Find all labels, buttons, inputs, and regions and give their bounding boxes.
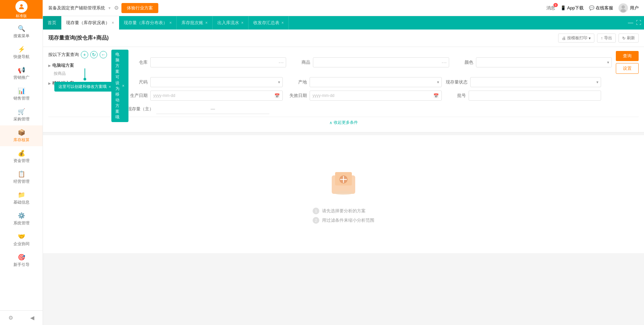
warehouse-input[interactable] <box>153 58 278 67</box>
tab-home-label: 首页 <box>48 20 56 26</box>
tab-inventory-dist[interactable]: 现存量（库存分布表） × <box>119 16 177 30</box>
tooltip1-close[interactable]: × <box>122 84 124 88</box>
warehouse-filter-cell: 仓库 ⋯ <box>127 57 286 67</box>
expiry-date-input[interactable]: yyyy-mm-dd 📅 <box>310 91 442 101</box>
svg-point-3 <box>621 9 626 12</box>
tab-summary-close[interactable]: × <box>281 20 284 25</box>
settings-gear-icon[interactable]: ⚙ <box>114 5 119 11</box>
tab-batch-account[interactable]: 库存批次账 × <box>177 16 213 30</box>
sidebar-item-operations[interactable]: 📋 经营管理 <box>0 167 43 188</box>
filter-fields: 仓库 ⋯ 商品 ⋯ <box>127 51 639 115</box>
sidebar-item-inventory[interactable]: 📦 库存核算 <box>0 125 43 146</box>
batch-input[interactable] <box>469 91 601 101</box>
sidebar-item-sales-label: 销售管理 <box>13 96 30 101</box>
collapse-btn[interactable]: ∧ 收起更多条件 <box>51 120 636 125</box>
sidebar-item-collab[interactable]: 🤝 企业协同 <box>0 229 43 250</box>
template-print-button[interactable]: 🖨 按模板打印 ▾ <box>558 34 594 43</box>
content-area: 现存量查询(按仓库+商品) 🖨 按模板打印 ▾ ↑ 导出 ↻ 刷新 <box>43 30 644 325</box>
svg-point-0 <box>20 4 22 6</box>
chevron-down-icon: ▾ <box>589 36 591 41</box>
tab-inventory-dist-close[interactable]: × <box>169 20 172 25</box>
tab-flow[interactable]: 出入库流水 × <box>213 16 249 30</box>
tab-summary[interactable]: 收发存汇总表 × <box>249 16 289 30</box>
sidebar-item-finance[interactable]: 💰 资金管理 <box>0 146 43 167</box>
refresh-icon: ↻ <box>622 36 626 41</box>
sidebar-nav: 🔍 搜索菜单 ⚡ 快捷导航 📢 营销推广 📊 销售管理 🛒 采购管理 📦 库存核… <box>0 19 43 310</box>
app-download-btn[interactable]: 📱 App下载 <box>560 5 584 11</box>
tooltip2-close[interactable]: × <box>109 85 111 89</box>
production-date-input[interactable]: yyyy-mm-dd 📅 <box>150 91 283 101</box>
tab-inventory-status[interactable]: 现存量（库存状况表） × <box>61 16 119 30</box>
origin-select[interactable] <box>310 77 442 87</box>
size-select[interactable] <box>150 77 283 87</box>
tab-home[interactable]: 首页 <box>43 16 61 30</box>
tab-minimize-icon[interactable]: — <box>628 20 633 26</box>
system-icon: ⚙️ <box>18 212 25 219</box>
export-button[interactable]: ↑ 导出 <box>597 34 616 43</box>
desktop-scheme-label: 电脑端方案 <box>52 62 74 68</box>
stock-main-input-wrap: — <box>156 104 269 114</box>
tooltip1-text: 电脑方案可设为移动方案哦 <box>115 52 120 120</box>
tab-inventory-status-close[interactable]: × <box>112 20 114 25</box>
tab-flow-label: 出入库流水 <box>217 20 239 26</box>
product-input[interactable] <box>315 58 441 67</box>
sidebar-item-system[interactable]: ⚙️ 系统管理 <box>0 209 43 229</box>
color-select[interactable] <box>476 57 612 67</box>
purchase-icon: 🛒 <box>18 108 25 115</box>
sidebar-item-nav-label: 快捷导航 <box>13 54 30 60</box>
sales-icon: 📊 <box>18 87 25 95</box>
stock-main-input2[interactable] <box>218 104 268 114</box>
page-actions: 🖨 按模板打印 ▾ ↑ 导出 ↻ 刷新 <box>558 34 639 43</box>
back-scheme-btn[interactable]: ← <box>100 51 107 58</box>
production-date-label: 生产日期 <box>127 93 148 99</box>
arrow-right-icon: ▶ <box>48 64 51 67</box>
sidebar-item-purchase[interactable]: 🛒 采购管理 <box>0 105 43 125</box>
expiry-date-placeholder: yyyy-mm-dd <box>313 93 434 98</box>
sidebar-item-marketing-label: 营销推广 <box>13 75 30 80</box>
sidebar-item-search[interactable]: 🔍 搜索菜单 <box>0 21 43 42</box>
user-area[interactable]: 用户 <box>619 3 639 13</box>
refresh-label: 刷新 <box>627 35 635 41</box>
stock-main-dash: — <box>211 106 215 111</box>
empty-illustration <box>323 162 364 202</box>
settings-footer-btn[interactable]: ⚙ <box>8 315 13 321</box>
refresh-scheme-btn[interactable]: ↻ <box>90 51 98 58</box>
top-header: 装备及固定资产辅助管理系统 ▼ ⚙ 体验行业方案 消息 9 📱 App下载 💬 … <box>43 0 644 16</box>
tab-batch-account-close[interactable]: × <box>205 20 208 25</box>
filter-btn-group: 查询 设置 <box>616 51 639 74</box>
tab-inventory-dist-label: 现存量（库存分布表） <box>124 20 167 26</box>
sidebar-item-guide[interactable]: 🎯 新手引导 <box>0 250 43 271</box>
stock-main-filter-cell: 现存量（主） — <box>127 104 263 114</box>
search-icon: 🔍 <box>18 25 25 32</box>
step2-num: 2 <box>313 217 319 224</box>
tab-flow-close[interactable]: × <box>241 20 244 25</box>
finance-icon: 💰 <box>18 150 25 157</box>
setting-button[interactable]: 设置 <box>616 63 639 74</box>
stock-main-input[interactable] <box>158 104 208 114</box>
print-icon: 🖨 <box>562 36 566 41</box>
stock-status-select[interactable] <box>470 77 601 87</box>
sidebar-item-marketing[interactable]: 📢 营销推广 <box>0 63 43 84</box>
sidebar-item-nav[interactable]: ⚡ 快捷导航 <box>0 42 43 63</box>
step1-num: 1 <box>313 208 319 214</box>
add-scheme-btn[interactable]: + <box>81 51 88 58</box>
refresh-button[interactable]: ↻ 刷新 <box>619 34 639 43</box>
sidebar-item-basic[interactable]: 📁 基础信息 <box>0 188 43 209</box>
online-service-btn[interactable]: 💬 在线客服 <box>589 5 613 11</box>
online-service-label: 在线客服 <box>596 5 613 11</box>
industry-plan-button[interactable]: 体验行业方案 <box>121 3 158 13</box>
search-button[interactable]: 查询 <box>616 51 639 61</box>
sidebar-footer: ⚙ ◀ <box>0 310 43 325</box>
collapse-footer-btn[interactable]: ◀ <box>30 315 34 321</box>
svg-point-9 <box>334 191 353 195</box>
logo-text: 标准版 <box>16 13 27 18</box>
product-label: 商品 <box>290 59 310 65</box>
tab-inventory-status-label: 现存量（库存状况表） <box>66 20 110 26</box>
step2-text: 用过滤条件来缩小分析范围 <box>322 217 374 223</box>
tab-maximize-icon[interactable]: ⛶ <box>636 20 641 26</box>
product-more-dots[interactable]: ⋯ <box>441 59 447 66</box>
expiry-date-filter-cell: 失效日期 yyyy-mm-dd 📅 <box>287 91 442 101</box>
warehouse-more-dots[interactable]: ⋯ <box>278 59 284 66</box>
sidebar-item-sales[interactable]: 📊 销售管理 <box>0 84 43 105</box>
notification-btn[interactable]: 消息 9 <box>546 5 555 11</box>
